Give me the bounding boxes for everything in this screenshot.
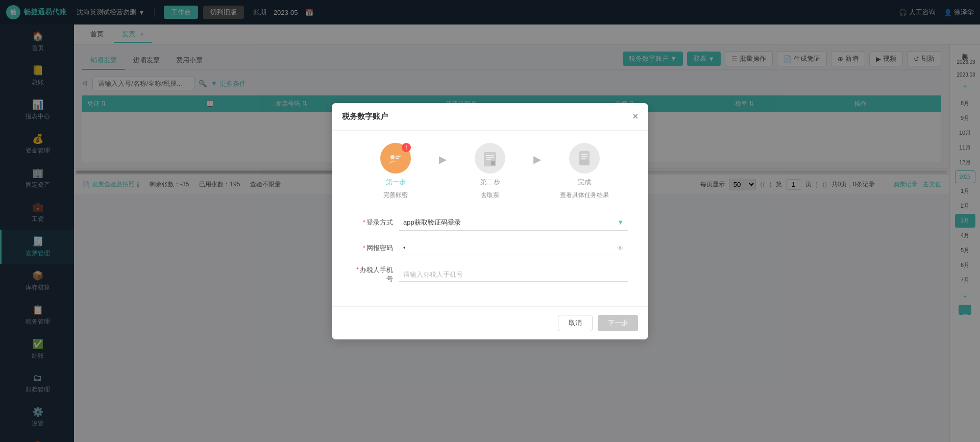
modal-close-btn[interactable]: × [632,111,638,122]
modal-header: 税务数字账户 × [332,103,648,131]
steps-row: ! 第一步 完善账密 ▶ [352,143,628,200]
cancel-button[interactable]: 取消 [558,315,593,331]
step-1-badge: ! [402,143,411,152]
login-method-dropdown-icon: ▼ [617,218,624,226]
step-2-icon [475,143,505,174]
svg-rect-7 [486,159,491,160]
phone-label: 办税人手机号 [352,265,393,284]
svg-rect-10 [581,156,587,157]
svg-rect-2 [396,156,401,157]
modal-title: 税务数字账户 [342,112,388,121]
login-method-select[interactable]: app获取验证码登录 ▼ [399,215,628,231]
step-2: 第二步 去取票 [447,143,533,200]
modal-footer: 取消 下一步 [332,306,648,339]
modal-body: ! 第一步 完善账密 ▶ [332,131,648,306]
eye-icon[interactable]: 👁 [617,244,624,252]
password-label: 网报密码 [352,243,393,253]
login-method-value: app获取验证码登录 [403,218,461,227]
step-3-icon [569,143,600,174]
form-row-phone: 办税人手机号 [352,265,628,284]
step-3-label: 完成 [578,178,591,187]
step-2-desc: 去取票 [481,191,499,200]
next-button[interactable]: 下一步 [598,315,638,331]
step-3: 完成 查看具体任务结果 [541,143,628,200]
step-1: ! 第一步 完善账密 [352,143,439,200]
step-arrow-1: ▶ [439,143,447,165]
step-1-label: 第一步 [386,178,406,187]
modal-overlay: 税务数字账户 × [0,0,980,442]
svg-rect-5 [486,155,494,156]
form-row-login-method: 登录方式 app获取验证码登录 ▼ [352,215,628,231]
svg-rect-6 [486,157,494,158]
password-wrap: 👁 [399,241,628,255]
modal-tax-account: 税务数字账户 × [332,103,648,339]
phone-input[interactable] [399,267,628,282]
login-method-label: 登录方式 [352,218,393,227]
password-input[interactable] [399,241,628,255]
modal-form: 登录方式 app获取验证码登录 ▼ 网报密码 👁 办税人手机 [352,215,628,284]
step-2-svg [482,150,498,166]
step-3-desc: 查看具体任务结果 [560,191,609,200]
step-1-svg [387,150,404,166]
svg-rect-9 [581,154,587,155]
svg-rect-11 [581,158,585,159]
step-1-desc: 完善账密 [383,191,408,200]
svg-rect-3 [396,158,399,159]
step-arrow-2: ▶ [533,143,541,165]
svg-point-1 [390,155,395,159]
step-1-icon-wrap: ! [380,143,411,174]
step-2-label: 第二步 [480,178,500,187]
form-row-password: 网报密码 👁 [352,241,628,255]
step-3-svg [576,150,593,166]
